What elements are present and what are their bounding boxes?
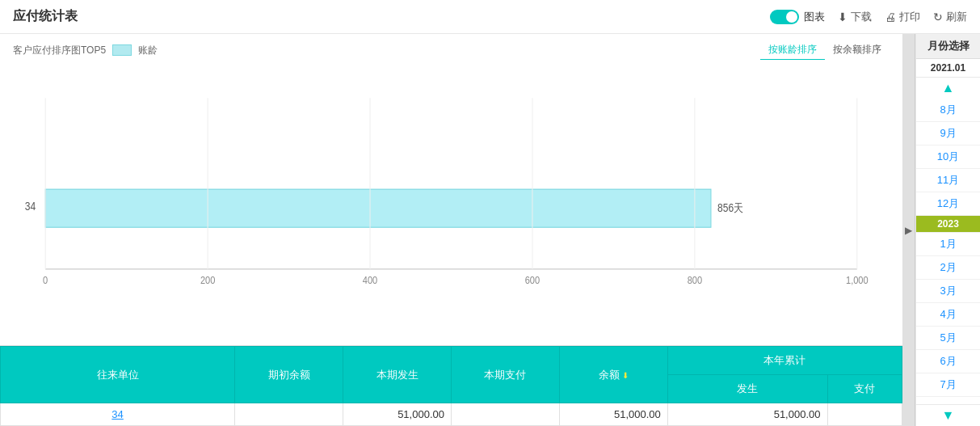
col-current-occurrence: 本期发生 bbox=[343, 347, 452, 403]
sidebar-year-select[interactable]: 2021.01 bbox=[916, 59, 980, 78]
svg-text:400: 400 bbox=[363, 274, 378, 286]
svg-text:0: 0 bbox=[43, 274, 48, 286]
chart-toggle-switch[interactable] bbox=[770, 10, 799, 24]
sidebar-month-item[interactable]: 12月 bbox=[916, 192, 980, 216]
data-table-area: 往来单位 期初余额 本期发生 本期支付 余额 ⬇ 本年累计 发生 bbox=[0, 345, 902, 426]
download-label: 下载 bbox=[851, 10, 872, 24]
table-row: 34 51,000.00 51,000.00 51,000.00 bbox=[1, 403, 902, 426]
header-actions: 图表 ⬇ 下载 🖨 打印 ↻ 刷新 bbox=[770, 10, 967, 24]
sidebar-month-item[interactable]: 7月 bbox=[916, 373, 980, 397]
refresh-icon: ↻ bbox=[933, 11, 943, 23]
sidebar-month-item[interactable]: 9月 bbox=[916, 122, 980, 146]
svg-text:600: 600 bbox=[525, 274, 540, 286]
refresh-label: 刷新 bbox=[946, 10, 967, 24]
sidebar-month-item[interactable]: 11月 bbox=[916, 169, 980, 192]
sidebar-month-item[interactable]: 8月 bbox=[916, 99, 980, 122]
print-icon: 🖨 bbox=[885, 11, 896, 23]
col-ytd-occurrence: 发生 bbox=[667, 375, 827, 403]
col-ytd-payment: 支付 bbox=[827, 375, 902, 403]
legend-box-label: 账龄 bbox=[138, 44, 158, 57]
data-table: 往来单位 期初余额 本期发生 本期支付 余额 ⬇ 本年累计 发生 bbox=[0, 346, 902, 426]
expand-sidebar-button[interactable]: ▶ bbox=[902, 34, 915, 426]
svg-text:200: 200 bbox=[200, 274, 216, 286]
cell-ytd-payment bbox=[827, 403, 902, 426]
sidebar-down-button[interactable]: ▼ bbox=[916, 404, 980, 426]
vendor-link[interactable]: 34 bbox=[111, 408, 123, 420]
svg-rect-1 bbox=[45, 189, 711, 227]
page-title: 应付统计表 bbox=[13, 8, 78, 25]
sidebar-month-item[interactable]: 2月 bbox=[916, 256, 980, 280]
cell-vendor[interactable]: 34 bbox=[1, 403, 235, 426]
refresh-button[interactable]: ↻ 刷新 bbox=[933, 10, 967, 24]
sidebar-month-item[interactable]: 1月 bbox=[916, 233, 980, 256]
sidebar-up-button[interactable]: ▲ bbox=[916, 78, 980, 99]
chart-sort-buttons: 按账龄排序 按余额排序 bbox=[760, 40, 890, 60]
sidebar-header: 月份选择 bbox=[916, 34, 980, 59]
cell-current-payment bbox=[451, 403, 559, 426]
print-button[interactable]: 🖨 打印 bbox=[885, 10, 920, 24]
legend-box bbox=[112, 44, 132, 56]
svg-text:34: 34 bbox=[25, 200, 36, 213]
sidebar-month-item[interactable]: 6月 bbox=[916, 350, 980, 373]
bar-chart: 34 856天 0 200 400 600 800 1,000 bbox=[13, 70, 890, 345]
download-button[interactable]: ⬇ 下载 bbox=[838, 10, 872, 24]
chart-toggle-label: 图表 bbox=[804, 10, 825, 24]
sort-by-amount-button[interactable]: 按账龄排序 bbox=[760, 40, 825, 60]
sidebar-month-item[interactable]: 4月 bbox=[916, 303, 980, 327]
sidebar-year-label: 2023 bbox=[916, 216, 980, 233]
svg-text:800: 800 bbox=[688, 274, 703, 286]
col-opening-balance: 期初余额 bbox=[235, 347, 343, 403]
sort-by-balance-button[interactable]: 按余额排序 bbox=[825, 40, 890, 60]
cell-current-occurrence: 51,000.00 bbox=[343, 403, 452, 426]
print-label: 打印 bbox=[899, 10, 920, 24]
svg-text:1,000: 1,000 bbox=[846, 274, 869, 286]
chart-legend: 客户应付排序图TOP5 账龄 bbox=[13, 44, 158, 57]
cell-opening-balance bbox=[235, 403, 343, 426]
cell-balance: 51,000.00 bbox=[559, 403, 667, 426]
chart-header: 客户应付排序图TOP5 账龄 按账龄排序 按余额排序 bbox=[0, 34, 902, 66]
sidebar-month-list: 8月9月10月11月12月20231月2月3月4月5月6月7月 bbox=[916, 99, 980, 404]
chart-container: 34 856天 0 200 400 600 800 1,000 bbox=[0, 66, 902, 345]
svg-text:856天: 856天 bbox=[717, 201, 743, 214]
col-ytd: 本年累计 bbox=[667, 347, 902, 375]
sidebar-month-item[interactable]: 10月 bbox=[916, 146, 980, 169]
col-balance: 余额 ⬇ bbox=[559, 347, 667, 403]
legend-title: 客户应付排序图TOP5 bbox=[13, 44, 106, 57]
download-icon: ⬇ bbox=[838, 11, 848, 23]
cell-ytd-occurrence: 51,000.00 bbox=[667, 403, 827, 426]
sidebar-month-item[interactable]: 3月 bbox=[916, 280, 980, 303]
col-current-payment: 本期支付 bbox=[451, 347, 559, 403]
month-sidebar: 月份选择 2021.01 ▲ 8月9月10月11月12月20231月2月3月4月… bbox=[915, 34, 980, 426]
chart-toggle-group[interactable]: 图表 bbox=[770, 10, 825, 24]
sidebar-month-item[interactable]: 5月 bbox=[916, 327, 980, 350]
col-vendor: 往来单位 bbox=[1, 347, 235, 403]
